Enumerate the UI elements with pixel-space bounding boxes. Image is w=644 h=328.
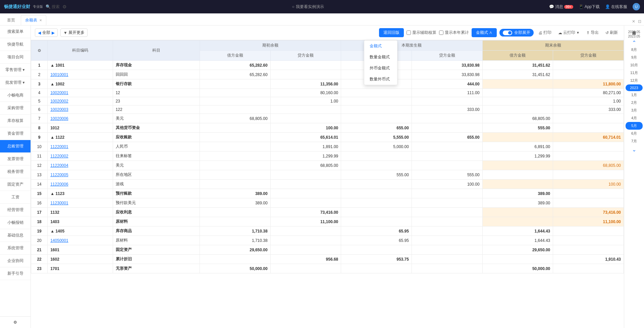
account-name: 美元	[113, 114, 200, 123]
period-9[interactable]: 9月	[626, 54, 643, 61]
app-download-btn[interactable]: 📱 App下载	[579, 4, 600, 10]
account-code[interactable]: 10010001	[48, 70, 113, 79]
period-down-arrow[interactable]: ⌄	[632, 146, 636, 153]
opening-debit: 65,282.60	[200, 61, 270, 70]
amount-style-btn[interactable]: 金额式 ∧	[472, 28, 497, 37]
period-5[interactable]: 5月	[626, 122, 643, 130]
sidebar-item-wholesale[interactable]: 批发管理 ▼	[0, 76, 31, 89]
sidebar-item-invoice[interactable]: 发票管理	[0, 153, 31, 166]
amount-style-label: 金额式 ∧	[476, 30, 492, 36]
period-7[interactable]: 7月	[626, 137, 643, 145]
period-up-arrow[interactable]: ⌃	[632, 40, 636, 46]
expand-all-toggle[interactable]: 全部展开	[499, 29, 534, 37]
sidebar: 搜索菜单 快捷导航 项目合同 零售管理 ▼ 批发管理 ▼ 小畅电商 采购管理 库…	[0, 25, 31, 328]
tab-balance[interactable]: 余额表 ✕	[21, 15, 46, 25]
return-old-version-btn[interactable]: 退回旧版	[379, 28, 404, 37]
account-code[interactable]: 10020001	[48, 89, 113, 97]
sidebar-item-capital[interactable]: 资金管理	[0, 127, 31, 140]
sidebar-item-payroll[interactable]: 工资	[0, 191, 31, 204]
period-year-2[interactable]: 2023.05	[628, 35, 640, 38]
sidebar-item-quicknav[interactable]: 快捷导航	[0, 38, 31, 51]
current-credit	[412, 161, 482, 170]
period-2023[interactable]: 2023	[626, 84, 643, 91]
print-btn[interactable]: 🖨 打印	[536, 29, 553, 37]
chk-auxiliary-input[interactable]	[407, 30, 411, 35]
sidebar-item-guide[interactable]: 新手引导	[0, 267, 31, 280]
sidebar-item-search[interactable]: 搜索菜单	[0, 25, 31, 38]
th-settings[interactable]: ⚙	[31, 41, 48, 61]
closing-credit	[553, 236, 624, 245]
sidebar-item-reports[interactable]: 小畅报销	[0, 216, 31, 229]
sidebar-item-tax[interactable]: 税务管理	[0, 166, 31, 178]
sidebar-item-purchase[interactable]: 采购管理	[0, 102, 31, 115]
account-code[interactable]: 14050001	[48, 236, 113, 245]
chk-auxiliary-label[interactable]: 显示辅助核算	[407, 30, 436, 36]
sidebar-item-ops[interactable]: 经营管理	[0, 204, 31, 216]
demo-link[interactable]: ○ 我要看实例演示	[292, 4, 324, 10]
sidebar-settings[interactable]: ⚙	[0, 316, 31, 328]
tab-balance-close-icon[interactable]: ✕	[39, 18, 42, 22]
period-11[interactable]: 11月	[626, 69, 643, 77]
user-avatar[interactable]: U	[633, 3, 640, 10]
sidebar-item-ledger[interactable]: 总账管理	[0, 140, 31, 153]
tab-maximize-icon[interactable]: ⊡	[638, 19, 641, 24]
period-6[interactable]: 6月	[626, 130, 643, 137]
account-code[interactable]: 10020003	[48, 106, 113, 114]
search-input-top[interactable]: 🔍 搜索	[46, 4, 60, 10]
filter-all-pill[interactable]: ◀ 全部 ▶	[35, 28, 58, 37]
account-code[interactable]: 11220002	[48, 151, 113, 161]
account-code[interactable]: 11220004	[48, 161, 113, 170]
refresh-icon: ↺	[605, 30, 609, 35]
refresh-btn[interactable]: ↺ 刷新	[603, 29, 620, 37]
expand-more-btn[interactable]: ▼ 展开更多	[60, 28, 88, 37]
period-4[interactable]: 4月	[626, 114, 643, 122]
settings-top-icon[interactable]: ⚙	[62, 4, 67, 9]
period-12[interactable]: 12月	[626, 77, 643, 84]
dropdown-item-amount[interactable]: 金额式	[364, 41, 397, 52]
period-1[interactable]: 1月	[626, 91, 643, 99]
current-credit	[412, 189, 482, 198]
export-icon: ⇑	[586, 30, 590, 35]
sidebar-item-basics[interactable]: 基础信息	[0, 229, 31, 242]
opening-debit	[200, 79, 270, 89]
chk-ytd-input[interactable]	[439, 30, 443, 35]
sidebar-item-cooperation[interactable]: 企业协同	[0, 255, 31, 267]
period-10[interactable]: 10月	[626, 61, 643, 69]
dropdown-item-foreign[interactable]: 外币金额式	[364, 63, 397, 74]
account-code[interactable]: 10020006	[48, 114, 113, 123]
export-btn[interactable]: ⇑ 导出	[584, 29, 601, 37]
tab-home[interactable]: 首页	[3, 15, 19, 25]
cloud-print-btn[interactable]: ☁ 云打印 ▼	[556, 29, 582, 37]
current-debit	[341, 217, 412, 226]
closing-debit: 389.00	[482, 198, 553, 208]
current-credit: 655.00	[412, 133, 482, 142]
messages-btn[interactable]: 💬 消息 99+	[549, 4, 573, 10]
account-code[interactable]: 11220006	[48, 180, 113, 189]
closing-credit	[553, 123, 624, 133]
sidebar-item-retail[interactable]: 零售管理 ▼	[0, 64, 31, 76]
closing-credit	[553, 264, 624, 273]
expand-more-label: 展开更多	[68, 30, 85, 36]
account-code[interactable]: 11220005	[48, 170, 113, 180]
sidebar-item-inventory[interactable]: 库存核算	[0, 115, 31, 127]
closing-debit: 29,650.00	[482, 245, 553, 255]
period-3[interactable]: 3月	[626, 107, 643, 114]
chk-ytd-label[interactable]: 显示本年累计	[439, 30, 469, 36]
dropdown-item-qty-amount[interactable]: 数量金额式	[364, 52, 397, 63]
period-year-1[interactable]: 2023.05	[628, 30, 640, 34]
sidebar-item-project[interactable]: 项目合同	[0, 51, 31, 64]
sidebar-item-ecommerce[interactable]: 小畅电商	[0, 89, 31, 102]
opening-credit: 956.68	[270, 255, 341, 264]
account-code[interactable]: 10020002	[48, 97, 113, 106]
sidebar-item-fixed[interactable]: 固定资产	[0, 178, 31, 191]
period-8[interactable]: 8月	[626, 46, 643, 54]
account-code[interactable]: 11220001	[48, 142, 113, 151]
tab-close-all-icon[interactable]: ✕	[632, 19, 635, 24]
sidebar-item-system[interactable]: 系统管理	[0, 242, 31, 255]
expand-chevron-icon: ▼	[63, 30, 67, 35]
period-2[interactable]: 2月	[626, 99, 643, 107]
online-service-btn[interactable]: 👤 在线客服	[605, 4, 627, 10]
account-code[interactable]: 11230001	[48, 198, 113, 208]
dropdown-item-qty-foreign[interactable]: 数量外币式	[364, 74, 397, 85]
closing-debit	[482, 79, 553, 89]
